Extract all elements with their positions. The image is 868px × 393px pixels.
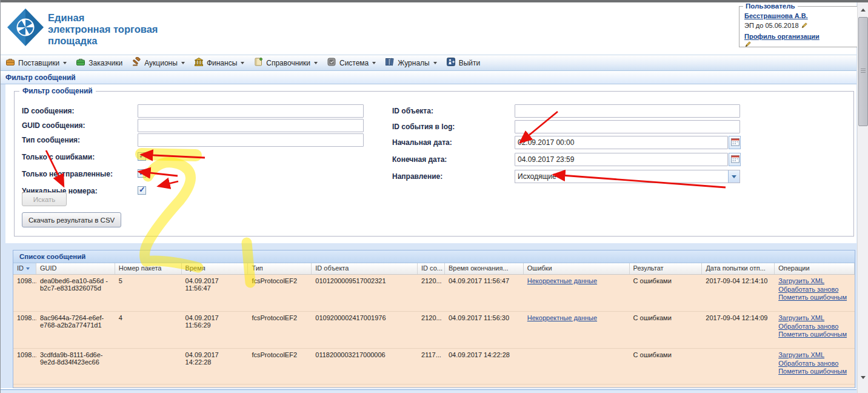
column-header-12[interactable]: Операции (775, 263, 855, 274)
system-icon (327, 57, 336, 69)
menu-item-label: Аукционы (144, 59, 178, 67)
cell-ID: 2120... (418, 275, 445, 311)
cell-ID: 2117... (418, 349, 445, 384)
user-name-link[interactable]: Бесстрашнова А.В. (744, 12, 808, 19)
chevron-down-icon[interactable] (728, 170, 739, 183)
filter-right-row-5: Направление:Исходящие (22, 170, 846, 184)
menu-item-3[interactable]: Аукционы (132, 57, 185, 69)
date-input-3[interactable] (515, 136, 728, 149)
menu-item-label: Заказчики (88, 59, 122, 67)
page-title: Фильтр сообщений (5, 73, 76, 82)
brand-line-1: Единая (48, 12, 158, 24)
chevron-down-icon (63, 62, 67, 64)
menu-item-4[interactable]: Финансы (194, 57, 244, 69)
user-panel: Пользователь Бесстрашнова А.В. ЭП до 05.… (739, 6, 859, 47)
cell-: 04.09.2017 11:56:30 (445, 312, 524, 348)
cell- (702, 349, 775, 384)
scrollbar-thumb[interactable] (858, 17, 868, 126)
cell-GUID: 3cdfda9b-8111-6d6e- 9e2d-8d34f423ec66 (36, 349, 115, 384)
menu-item-5[interactable]: Справочники (253, 57, 318, 69)
operation-link[interactable]: Загрузить XML (778, 277, 852, 286)
table-row[interactable]: 1098...8ac9644a-7264-e6ef- e768-a2b2a774… (13, 312, 855, 349)
menu-item-6[interactable]: Система (327, 57, 376, 69)
logo-link[interactable] (7, 7, 44, 47)
filter-fieldset: Фильтр сообщений ID сообщения:GUID сообщ… (14, 91, 854, 237)
date-input-4[interactable] (515, 153, 728, 166)
field-label: ID объекта: (392, 104, 501, 118)
book-icon (253, 57, 263, 69)
scroll-down-button[interactable] (858, 372, 868, 383)
menu-item-label: Выйти (459, 59, 481, 67)
column-header-6[interactable]: ID объекта (312, 263, 418, 274)
column-header-2[interactable]: GUID (36, 263, 115, 274)
calendar-button[interactable] (729, 136, 741, 149)
checkmark-icon: ✓ (139, 185, 145, 194)
operation-link[interactable]: Пометить ошибочным (778, 331, 852, 339)
cell-ID: 0109200002417001976 (312, 312, 418, 348)
cert-expiry-label: ЭП до 05.06.2018 (744, 22, 799, 29)
cell-: 2017-09-04 12:14:10 (702, 275, 775, 311)
column-header-1[interactable]: ID (13, 263, 36, 274)
error-details-link[interactable]: Некорректные данные (527, 314, 597, 321)
column-header-5[interactable]: Тип (248, 263, 312, 274)
menu-item-7[interactable]: Журналы (385, 57, 436, 69)
vertical-scrollbar[interactable] (857, 2, 868, 393)
scroll-up-button[interactable] (858, 5, 868, 15)
bank-icon (194, 57, 204, 69)
page-header: Единая электронная торговая площадка Пол… (1, 2, 856, 55)
etp-logo-icon (7, 7, 44, 47)
grid-rows: 1098...dea0bed6-ea10-a56d -b2c7-e831d326… (13, 275, 855, 388)
column-header-10[interactable]: Результат (630, 263, 703, 274)
menu-item-label: Журналы (398, 59, 429, 67)
bottom-panel-edge (1, 388, 856, 393)
main-menu-bar: ПоставщикиЗаказчикиАукционыФинансыСправо… (1, 55, 856, 71)
cell-: fcsProtocolEF2 (248, 349, 312, 384)
calendar-button[interactable] (729, 153, 741, 166)
filter-right-input-1[interactable] (515, 104, 740, 118)
grid-title-bar: Список сообщений (13, 250, 855, 263)
download-csv-button[interactable]: Скачать результаты в CSV (22, 212, 121, 227)
cell-ID: 1098... (13, 275, 36, 311)
column-header-3[interactable]: Номер пакета (115, 263, 182, 274)
cell-: 04.09.2017 11:56:29 (182, 312, 249, 348)
cell- (115, 349, 182, 384)
operation-link[interactable]: Загрузить XML (778, 351, 852, 360)
column-header-7[interactable]: ID со... (418, 263, 445, 274)
cell-GUID: dea0bed6-ea10-a56d -b2c7-e831d326075d (36, 275, 115, 311)
cell-: С ошибками (630, 349, 703, 384)
application-window: Единая электронная торговая площадка Пол… (0, 0, 868, 393)
search-button[interactable]: Искать (22, 192, 67, 206)
cell- (524, 349, 630, 384)
cell-ID: 1098... (13, 312, 36, 348)
cell-ID: 2120... (418, 312, 445, 348)
operation-link[interactable]: Обработать заново (778, 360, 852, 368)
menu-item-label: Система (339, 59, 369, 67)
grid-title: Список сообщений (19, 253, 85, 260)
cell-: Некорректные данные (524, 275, 630, 311)
table-row[interactable]: 1098...3cdfda9b-8111-6d6e- 9e2d-8d34f423… (13, 349, 855, 385)
column-header-11[interactable]: Дата попытки отп... (702, 263, 775, 274)
briefcase-orange-icon (5, 57, 15, 69)
operation-link[interactable]: Пометить ошибочным (778, 368, 852, 376)
column-header-4[interactable]: Время (182, 263, 249, 274)
operation-link[interactable]: Обработать заново (778, 286, 852, 294)
operation-link[interactable]: Загрузить XML (778, 314, 852, 323)
brand-line-2: электронная торговая (48, 24, 158, 35)
org-profile-link[interactable]: Профиль организации (744, 33, 820, 40)
error-details-link[interactable]: Некорректные данные (527, 277, 597, 284)
table-row[interactable]: 1098...dea0bed6-ea10-a56d -b2c7-e831d326… (13, 275, 855, 312)
direction-select[interactable]: Исходящие (515, 170, 740, 183)
menu-item-2[interactable]: Заказчики (76, 57, 122, 69)
menu-item-1[interactable]: Поставщики (5, 57, 67, 69)
operation-link[interactable]: Пометить ошибочным (778, 294, 852, 302)
filter-right-input-2[interactable] (515, 120, 740, 133)
column-header-9[interactable]: Ошибки (524, 263, 630, 274)
menu-item-8[interactable]: Выйти (446, 57, 481, 69)
briefcase-green-icon (76, 57, 85, 69)
chevron-down-icon (314, 62, 318, 64)
operation-link[interactable]: Обработать заново (778, 323, 852, 331)
menu-item-label: Финансы (207, 59, 237, 67)
checkbox[interactable]: ✓ (138, 186, 146, 195)
column-header-8[interactable]: Время окончания... (445, 263, 524, 274)
menu-item-label: Поставщики (18, 59, 59, 67)
